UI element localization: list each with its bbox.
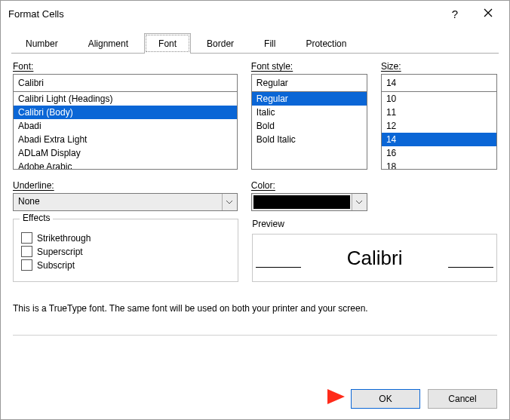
cancel-button[interactable]: Cancel <box>428 389 497 409</box>
list-item[interactable]: Calibri (Body) <box>14 106 237 119</box>
font-style-label: Font style: <box>251 61 293 72</box>
tab-border[interactable]: Border <box>192 33 248 54</box>
list-item[interactable]: 18 <box>382 160 496 170</box>
list-item[interactable]: Abadi <box>14 119 237 133</box>
font-label: Font: <box>13 61 33 72</box>
list-item[interactable]: 14 <box>382 133 496 146</box>
font-input[interactable] <box>13 74 238 92</box>
subscript-checkbox[interactable]: Subscript <box>21 259 230 271</box>
font-style-input[interactable] <box>251 74 367 92</box>
tab-fill[interactable]: Fill <box>250 33 290 54</box>
list-item[interactable]: Adobe Arabic <box>14 160 237 170</box>
preview-box: Calibri <box>252 234 497 282</box>
checkbox-label: Strikethrough <box>37 233 91 244</box>
chevron-down-icon <box>352 194 367 210</box>
list-item[interactable]: Italic <box>252 106 367 119</box>
list-item[interactable]: 12 <box>382 119 496 133</box>
tab-strip: Number Alignment Font Border Fill Protec… <box>1 26 509 53</box>
color-label: Color: <box>251 180 275 191</box>
preview-sample: Calibri <box>347 247 403 270</box>
font-listbox[interactable]: Calibri Light (Headings) Calibri (Body) … <box>13 91 238 170</box>
list-item[interactable]: ADLaM Display <box>14 146 237 160</box>
tab-content-font: Font: Calibri Light (Headings) Calibri (… <box>1 54 509 379</box>
list-item[interactable]: Calibri Light (Headings) <box>14 92 237 106</box>
list-item[interactable]: 10 <box>382 92 496 106</box>
effects-legend: Effects <box>20 213 53 223</box>
checkbox-label: Subscript <box>37 260 75 271</box>
list-item[interactable]: Regular <box>252 92 367 106</box>
list-item[interactable]: 16 <box>382 146 496 160</box>
underline-value: None <box>14 194 222 210</box>
tab-font[interactable]: Font <box>144 33 191 54</box>
superscript-checkbox[interactable]: Superscript <box>21 246 230 257</box>
tab-number[interactable]: Number <box>11 33 72 54</box>
color-swatch <box>253 195 350 209</box>
titlebar: Format Cells ? <box>1 1 509 26</box>
help-button[interactable]: ? <box>438 2 472 25</box>
checkbox-icon <box>21 232 32 244</box>
checkbox-icon <box>21 246 32 257</box>
size-label: Size: <box>381 61 401 72</box>
checkbox-icon <box>21 259 32 271</box>
ok-button[interactable]: OK <box>351 389 420 409</box>
tab-alignment[interactable]: Alignment <box>74 33 143 54</box>
format-cells-dialog: Format Cells ? Number Alignment Font Bor… <box>0 0 510 420</box>
underline-combo[interactable]: None <box>13 193 238 211</box>
close-icon <box>484 8 493 20</box>
dialog-buttons: OK Cancel <box>1 379 509 419</box>
tab-protection[interactable]: Protection <box>291 33 361 54</box>
list-item[interactable]: Bold Italic <box>252 133 367 146</box>
color-combo[interactable] <box>251 193 367 211</box>
strikethrough-checkbox[interactable]: Strikethrough <box>21 232 230 244</box>
font-description: This is a TrueType font. The same font w… <box>13 303 497 314</box>
size-listbox[interactable]: 10 11 12 14 16 18 <box>381 91 497 170</box>
preview-legend: Preview <box>252 219 284 229</box>
list-item[interactable]: 11 <box>382 106 496 119</box>
list-item[interactable]: Abadi Extra Light <box>14 133 237 146</box>
checkbox-label: Superscript <box>37 247 83 257</box>
size-input[interactable] <box>381 74 497 92</box>
effects-group: Effects Strikethrough Superscript Subscr… <box>13 219 238 282</box>
underline-label: Underline: <box>13 180 54 191</box>
chevron-down-icon <box>222 194 237 210</box>
font-style-listbox[interactable]: Regular Italic Bold Bold Italic <box>251 91 367 170</box>
list-item[interactable]: Bold <box>252 119 367 133</box>
window-title: Format Cells <box>8 8 64 20</box>
close-button[interactable] <box>472 2 505 25</box>
